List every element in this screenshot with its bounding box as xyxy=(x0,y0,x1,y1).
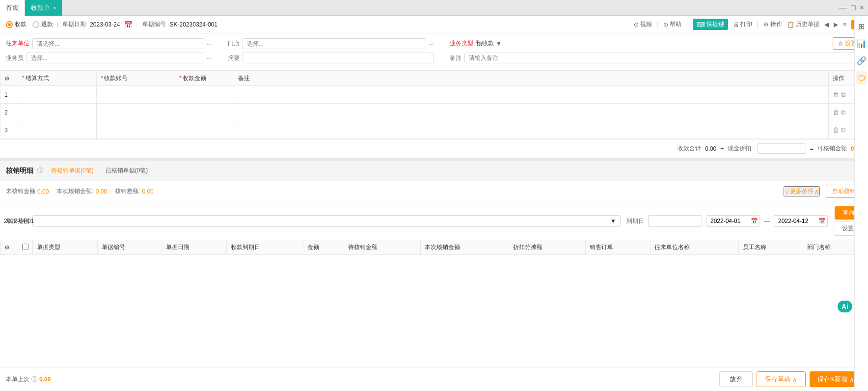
bottom-th-sales: 销售订单 xyxy=(585,240,650,255)
history-btn[interactable]: 📋 历史单据 xyxy=(787,20,819,28)
row3-delete-icon[interactable]: 🗑 xyxy=(833,126,839,134)
gear-icon: ⚙ xyxy=(4,75,10,82)
row2-amount[interactable] xyxy=(175,104,234,121)
date-from-input[interactable] xyxy=(648,215,702,227)
prev-info-icon[interactable]: ⓘ xyxy=(31,375,37,384)
table-row: 3 🗑 ⧉ xyxy=(0,121,868,139)
bottom-table: ⚙ 单据类型 单据编号 单据日期 收款到期日 金额 待核销金额 本次核销金额 折… xyxy=(0,240,868,255)
nav-next[interactable]: ▶ xyxy=(834,21,838,28)
operate-icon: ⚙ xyxy=(763,21,769,28)
note-input[interactable] xyxy=(464,53,862,63)
ai-badge[interactable]: Ai xyxy=(838,301,852,312)
form-area: 往来单位 ··· 门店 ··· 业务类型 预收款 ▼ ⚙ 设置 xyxy=(0,33,868,71)
th-gear[interactable]: ⚙ xyxy=(0,71,18,86)
row1-copy-icon[interactable]: ⧉ xyxy=(841,91,845,99)
staff-label: 业务员 xyxy=(6,54,24,62)
bottom-th-due: 收款到期日 xyxy=(226,240,303,255)
history-icon: 📋 xyxy=(787,21,794,28)
video-btn[interactable]: ⊙ 视频 xyxy=(634,20,652,28)
bottom-th-gear[interactable]: ⚙ xyxy=(0,240,18,255)
row1-delete-icon[interactable]: 🗑 xyxy=(833,91,839,98)
sidebar-icon-3[interactable]: 🔗 xyxy=(855,54,868,67)
operate-btn[interactable]: ⚙ 操作 xyxy=(763,20,782,28)
tab-receipt-close[interactable]: × xyxy=(53,5,56,11)
calendar-icon[interactable]: 📅 xyxy=(124,21,133,28)
layout-icon[interactable]: ≡ xyxy=(843,21,846,28)
toolbar-sep3: | xyxy=(757,21,759,28)
row3-account[interactable] xyxy=(97,121,175,139)
filter-icon: ▽ xyxy=(785,188,789,195)
toolbar-divider1: | xyxy=(57,21,58,28)
verify-done-tab[interactable]: 已核销单据(0笔) xyxy=(102,166,152,176)
help-icon: ⊙ xyxy=(663,21,668,28)
sidebar-icon-4[interactable]: ⬡ xyxy=(856,71,867,84)
shortcut-btn[interactable]: ⌨ 快捷键 xyxy=(693,19,728,30)
partner-more-btn[interactable]: ··· xyxy=(206,40,212,48)
row1-account[interactable] xyxy=(97,86,175,104)
video-icon: ⊙ xyxy=(634,21,639,28)
staff-input[interactable] xyxy=(27,53,204,63)
receipt-table: ⚙ 结算方式 收款账号 收款金额 备注 操作 1 xyxy=(0,71,868,139)
select-all-checkbox[interactable] xyxy=(22,244,28,250)
footer: 本单上次 ⓘ 0.00 放弃 保存草稿 ∧ 保存&新增 ∧ xyxy=(0,367,868,391)
row3-copy-icon[interactable]: ⧉ xyxy=(841,126,845,134)
radio-receipt[interactable]: 收款 xyxy=(6,20,27,28)
verify-area: 未核销金额 0.00 本次核销金额: 0.00 核销差额: 0.00 ▽ 更多条… xyxy=(0,181,868,202)
business-type-value: 预收款 xyxy=(476,39,494,48)
abandon-btn[interactable]: 放弃 xyxy=(719,371,753,387)
sidebar-icon-1[interactable]: ⊞ xyxy=(856,20,867,33)
nav-prev[interactable]: ◀ xyxy=(824,21,829,28)
save-draft-btn[interactable]: 保存草稿 ∧ xyxy=(757,371,806,387)
more-conditions-btn[interactable]: ▽ 更多条件 ∧ xyxy=(784,186,820,196)
window-restore[interactable]: □ xyxy=(851,3,856,12)
bottom-th-checkbox[interactable] xyxy=(18,240,33,255)
th-account: 收款账号 xyxy=(97,71,175,86)
th-amount: 收款金额 xyxy=(175,71,234,86)
row1-amount[interactable] xyxy=(175,86,234,104)
radio-refund[interactable]: 退款 xyxy=(32,20,53,28)
date-value: 2023-03-24 xyxy=(90,21,120,28)
row2-account[interactable] xyxy=(97,104,175,121)
tab-home[interactable]: 首页 xyxy=(0,0,25,16)
equals-sign: = xyxy=(810,145,814,152)
note-field: 备注 xyxy=(450,53,862,63)
range-label: 单据范围 xyxy=(6,217,29,225)
window-close[interactable]: × xyxy=(860,3,864,12)
due-label: 到期日 xyxy=(626,217,644,225)
discount-input[interactable] xyxy=(757,143,806,154)
bottom-th-type: 单据类型 xyxy=(33,240,98,255)
number-value: SK-20230324-001 xyxy=(170,21,217,28)
row1-note[interactable] xyxy=(234,86,829,104)
tab-receipt[interactable]: 收款单 × xyxy=(25,0,62,16)
store-input[interactable] xyxy=(243,38,426,49)
row2-note[interactable] xyxy=(234,104,829,121)
row2-settlement[interactable] xyxy=(18,104,97,121)
row2-delete-icon[interactable]: 🗑 xyxy=(833,109,839,116)
summary-row: 收款合计 0.00 + 现金折扣: = 可核销金额 0.00 xyxy=(0,139,868,158)
date-from-input2[interactable] xyxy=(706,215,760,227)
verify-pending-tab[interactable]: 待核销单据(0笔) xyxy=(47,166,98,176)
print-btn[interactable]: 🖨 打印 xyxy=(733,20,752,28)
current-check-label: 本次核销金额: xyxy=(56,187,93,196)
row3-settlement[interactable] xyxy=(18,121,97,139)
row1-settlement[interactable] xyxy=(18,86,97,104)
partner-input[interactable] xyxy=(32,38,204,49)
bottom-th-discount: 折扣分摊额 xyxy=(509,240,585,255)
sidebar-icon-2[interactable]: 📊 xyxy=(855,37,868,50)
row2-copy-icon[interactable]: ⧉ xyxy=(841,109,845,116)
receipt-table-container: ⚙ 结算方式 收款账号 收款金额 备注 操作 1 xyxy=(0,71,868,139)
row3-note[interactable] xyxy=(234,121,829,139)
business-type-chevron[interactable]: ▼ xyxy=(496,40,502,47)
summary-input[interactable] xyxy=(243,53,434,63)
date-to-input[interactable] xyxy=(774,215,828,227)
range-select[interactable]: ▼ xyxy=(32,215,621,227)
staff-more-btn[interactable]: ··· xyxy=(206,54,212,62)
partner-label: 往来单位 xyxy=(6,39,29,48)
store-field: 门店 ··· xyxy=(228,38,434,49)
help-btn[interactable]: ⊙ 帮助 xyxy=(663,20,681,28)
verify-section-bg: 核销明细 ⓘ 待核销单据(0笔) 已核销单据(0笔) xyxy=(0,158,868,181)
window-minimize[interactable]: — xyxy=(839,3,847,12)
store-more-btn[interactable]: ··· xyxy=(428,40,434,48)
verify-info-icon[interactable]: ⓘ xyxy=(37,167,43,175)
row3-amount[interactable] xyxy=(175,121,234,139)
